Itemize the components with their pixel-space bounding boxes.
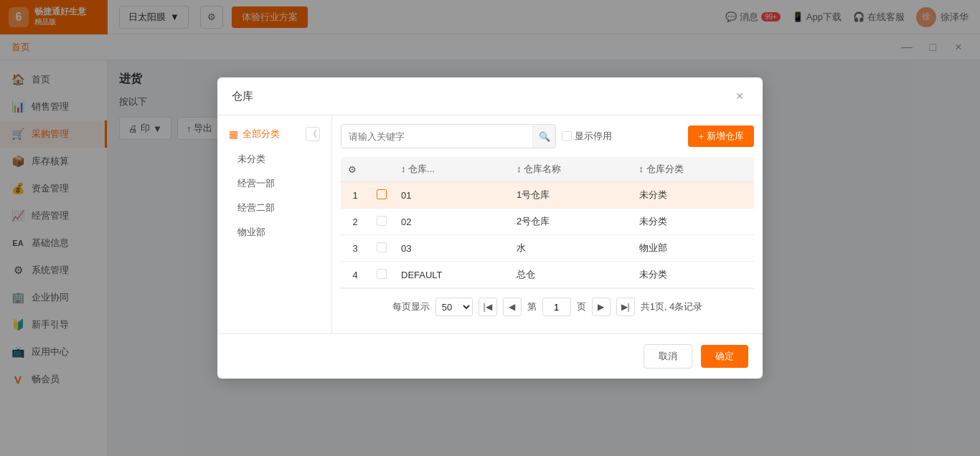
- row-checkbox[interactable]: [369, 209, 394, 235]
- grid-icon: ▦: [229, 128, 238, 140]
- first-page-btn[interactable]: |◀: [479, 298, 497, 316]
- cancel-btn[interactable]: 取消: [644, 344, 692, 369]
- row-code: DEFAULT: [394, 262, 509, 288]
- th-name: ↕ 仓库名称: [509, 157, 631, 182]
- row-name: 1号仓库: [509, 182, 631, 209]
- th-category: ↕ 仓库分类: [632, 157, 755, 182]
- dialog-footer: 取消 确定: [217, 333, 763, 379]
- last-page-btn[interactable]: ▶|: [616, 298, 635, 316]
- row-code: 02: [394, 209, 509, 235]
- category-panel: ▦ 全部分类 《 未分类 经营一部 经营二部 物业部: [217, 115, 332, 333]
- collapse-btn[interactable]: 《: [306, 127, 320, 141]
- row-name: 总仓: [509, 262, 631, 288]
- row-name: 2号仓库: [509, 209, 631, 235]
- add-icon: +: [698, 131, 704, 142]
- row-category: 未分类: [632, 182, 755, 209]
- table-row[interactable]: 2 02 2号仓库 未分类: [341, 209, 754, 235]
- row-num: 3: [341, 235, 369, 262]
- pagination: 每页显示 50 20 100 |◀ ◀ 第 页 ▶ ▶| 共1页, 4条记录: [341, 288, 754, 325]
- warehouse-table: ⚙ ↕ 仓库... ↕ 仓库名称 ↕ 仓库分类: [341, 157, 754, 288]
- row-name: 水: [509, 235, 631, 262]
- th-check: [369, 157, 394, 182]
- dialog-title: 仓库: [232, 90, 253, 103]
- category-item-unclassified[interactable]: 未分类: [217, 147, 331, 171]
- warehouse-dialog: 仓库 × ▦ 全部分类 《 未分类 经营一部 经营二部 物业部: [217, 77, 763, 379]
- prev-page-btn[interactable]: ◀: [503, 298, 522, 316]
- row-category: 未分类: [632, 209, 755, 235]
- row-checkbox[interactable]: [369, 235, 394, 262]
- page-label: 第: [527, 300, 537, 313]
- th-gear: ⚙: [341, 157, 369, 182]
- table-row[interactable]: 3 03 水 物业部: [341, 235, 754, 262]
- row-checkbox[interactable]: [369, 262, 394, 288]
- row-num: 1: [341, 182, 369, 209]
- page-unit: 页: [577, 300, 586, 313]
- search-input[interactable]: [341, 127, 532, 146]
- row-code: 03: [394, 235, 509, 262]
- show-disabled-label[interactable]: 显示停用: [562, 130, 612, 143]
- category-all-label: 全部分类: [242, 128, 280, 141]
- category-item-ops1[interactable]: 经营一部: [217, 171, 331, 196]
- table-toolbar: 🔍 显示停用 + 新增仓库: [341, 124, 754, 148]
- table-row[interactable]: 1 01 1号仓库 未分类: [341, 182, 754, 209]
- page-number-input[interactable]: [542, 298, 571, 316]
- th-code: ↕ 仓库...: [394, 157, 509, 182]
- per-page-select[interactable]: 50 20 100: [435, 298, 473, 316]
- table-row[interactable]: 4 DEFAULT 总仓 未分类: [341, 262, 754, 288]
- row-num: 2: [341, 209, 369, 235]
- table-container: ⚙ ↕ 仓库... ↕ 仓库名称 ↕ 仓库分类: [341, 157, 754, 288]
- dialog-body: ▦ 全部分类 《 未分类 经营一部 经营二部 物业部 🔍: [217, 115, 763, 333]
- dialog-close-btn[interactable]: ×: [731, 87, 748, 105]
- category-all[interactable]: ▦ 全部分类 《: [217, 121, 331, 147]
- row-num: 4: [341, 262, 369, 288]
- row-checkbox[interactable]: [369, 182, 394, 209]
- confirm-btn[interactable]: 确定: [701, 345, 748, 368]
- add-btn-label: 新增仓库: [707, 130, 744, 143]
- dialog-overlay: 仓库 × ▦ 全部分类 《 未分类 经营一部 经营二部 物业部: [0, 0, 980, 456]
- category-item-ops2[interactable]: 经营二部: [217, 196, 331, 220]
- search-box: 🔍: [341, 124, 556, 148]
- row-category: 物业部: [632, 235, 755, 262]
- search-button[interactable]: 🔍: [532, 125, 555, 148]
- per-page-label: 每页显示: [392, 300, 430, 313]
- add-warehouse-btn[interactable]: + 新增仓库: [688, 125, 754, 147]
- next-page-btn[interactable]: ▶: [592, 298, 611, 316]
- show-disabled-text: 显示停用: [575, 130, 612, 143]
- dialog-header: 仓库 ×: [217, 77, 763, 115]
- table-panel: 🔍 显示停用 + 新增仓库: [332, 115, 763, 333]
- category-item-property[interactable]: 物业部: [217, 220, 331, 244]
- row-code: 01: [394, 182, 509, 209]
- row-category: 未分类: [632, 262, 755, 288]
- show-disabled-checkbox[interactable]: [562, 131, 572, 141]
- total-info: 共1页, 4条记录: [641, 300, 703, 313]
